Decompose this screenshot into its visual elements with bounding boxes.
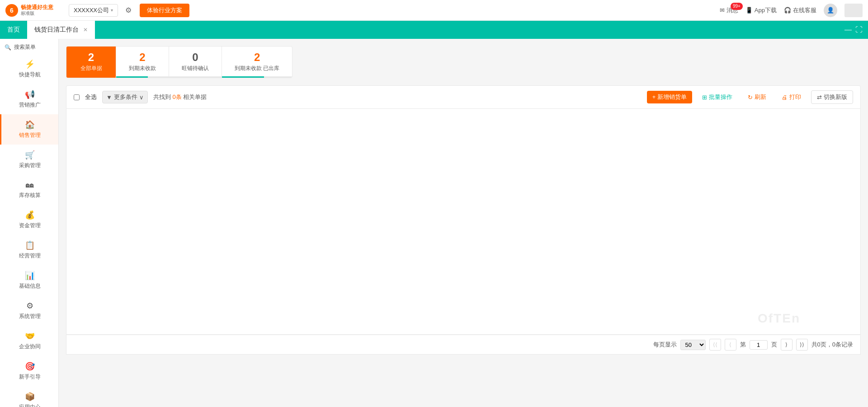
inventory-icon: 🏘 (26, 180, 34, 190)
switch-version-button[interactable]: ⇄ 切换新版 (811, 90, 853, 104)
guide-icon: 🎯 (25, 361, 35, 371)
next-page-button[interactable]: ⟩ (781, 339, 793, 351)
sidebar: 🔍 搜索菜单 ⚡ 快捷导航 📢 营销推广 🏠 销售管理 🛒 采购管理 🏘 库存核… (0, 39, 59, 407)
card-shipped-progress (222, 76, 292, 78)
sidebar-item-label: 采购管理 (19, 162, 41, 169)
select-all-checkbox[interactable] (74, 94, 80, 100)
card-overdue-progress (116, 76, 169, 78)
card-shipped[interactable]: 2 到期未收款 已出库 (222, 47, 292, 78)
message-button[interactable]: ✉ 消息 99+ (720, 6, 738, 14)
page-input[interactable]: 1 (750, 340, 768, 350)
logo-icon: 6 (5, 4, 18, 17)
card-overdue[interactable]: 2 到期未收款 (116, 47, 169, 78)
avatar[interactable]: 👤 (824, 4, 837, 17)
refresh-button[interactable]: ↻ 刷新 (742, 91, 772, 103)
sidebar-item-label: 资金管理 (19, 222, 41, 229)
add-order-button[interactable]: + 新增销货单 (647, 91, 692, 103)
app-download-label: App下载 (755, 6, 777, 14)
prev-page-button[interactable]: ⟨ (725, 339, 736, 351)
appstore-icon: 📦 (25, 392, 35, 402)
last-page-button[interactable]: ⟩⟩ (796, 339, 808, 351)
tab-work[interactable]: 钱货日清工作台 ✕ (27, 21, 95, 39)
first-page-button[interactable]: ⟨⟨ (709, 339, 721, 351)
refresh-icon: ↻ (748, 94, 753, 101)
sidebar-item-sales[interactable]: 🏠 销售管理 (0, 114, 58, 145)
logo-area: 6 畅捷通好生意 标准版 (5, 4, 64, 17)
window-minimize-icon[interactable]: — (844, 26, 852, 34)
sidebar-item-label: 基础信息 (19, 282, 41, 290)
trial-button[interactable]: 体验行业方案 (140, 4, 189, 17)
sidebar-item-label: 快捷导航 (19, 71, 41, 79)
cooperation-icon: 🤝 (25, 331, 35, 341)
logo-main-text: 畅捷通好生意 (21, 4, 53, 10)
company-select[interactable]: XXXXXX公司 ▾ (69, 4, 118, 17)
card-shipped-label: 到期未收款 已出库 (235, 65, 279, 72)
sidebar-item-inventory[interactable]: 🏘 库存核算 (0, 175, 58, 205)
batch-icon: ⊞ (702, 94, 707, 101)
sidebar-item-label: 销售管理 (19, 131, 41, 139)
nav-tabs: 首页 钱货日清工作台 ✕ — ⛶ (0, 21, 868, 39)
system-icon: ⚙ (26, 301, 33, 311)
switch-icon: ⇄ (817, 94, 822, 101)
search-menu-item[interactable]: 🔍 搜索菜单 (0, 39, 58, 54)
card-overdue-label: 到期未收款 (129, 65, 156, 72)
filter-button[interactable]: ▼ 更多条件 ∨ (102, 91, 148, 103)
toolbar-left: 全选 ▼ 更多条件 ∨ 共找到 0条 相关单据 (74, 91, 642, 103)
tab-home[interactable]: 首页 (0, 21, 27, 39)
total-info: 共0页，0条记录 (811, 341, 853, 349)
logo-sub-text: 标准版 (21, 11, 53, 16)
tab-close-icon[interactable]: ✕ (83, 27, 88, 33)
found-count: 0条 (173, 94, 182, 100)
window-maximize-icon[interactable]: ⛶ (855, 26, 863, 34)
sidebar-item-label: 经营管理 (19, 252, 41, 260)
select-all-label: 全选 (85, 93, 97, 101)
page-label: 第 (740, 341, 746, 349)
avatar-icon: 👤 (827, 7, 834, 14)
card-pending-count: 0 (192, 52, 198, 63)
main-content: 2 全部单据 2 到期未收款 0 旺铺待确认 2 到期未收款 已出库 (59, 39, 868, 407)
purchase-icon: 🛒 (25, 150, 35, 160)
sidebar-item-finance[interactable]: 💰 资金管理 (0, 205, 58, 235)
header-right: ✉ 消息 99+ 📱 App下载 🎧 在线客服 👤 (720, 4, 863, 17)
message-badge: 99+ (731, 3, 743, 10)
print-button[interactable]: 🖨 打印 (776, 91, 807, 103)
sidebar-item-business[interactable]: 📋 经营管理 (0, 235, 58, 265)
card-shipped-count: 2 (254, 52, 260, 63)
app-download-button[interactable]: 📱 App下载 (745, 6, 777, 14)
summary-cards: 2 全部单据 2 到期未收款 0 旺铺待确认 2 到期未收款 已出库 (66, 46, 292, 78)
chevron-down-icon: ▾ (111, 8, 113, 13)
search-menu-label: 搜索菜单 (14, 43, 36, 51)
card-all[interactable]: 2 全部单据 (66, 47, 116, 78)
page-size-select[interactable]: 50 20 100 (680, 340, 706, 350)
page-size-label: 每页显示 (653, 341, 677, 349)
card-overdue-count: 2 (139, 52, 145, 63)
online-service-button[interactable]: 🎧 在线客服 (784, 6, 816, 14)
sidebar-item-guide[interactable]: 🎯 新手引导 (0, 356, 58, 386)
download-icon: 📱 (745, 7, 753, 14)
pagination-bar: 每页显示 50 20 100 ⟨⟨ ⟨ 第 1 页 ⟩ ⟩⟩ 共0页，0条记录 (66, 335, 861, 355)
batch-button[interactable]: ⊞ 批量操作 (697, 91, 738, 103)
finance-icon: 💰 (25, 210, 35, 220)
sidebar-item-basic[interactable]: 📊 基础信息 (0, 265, 58, 295)
sidebar-item-purchase[interactable]: 🛒 采购管理 (0, 145, 58, 175)
sidebar-item-quick-nav[interactable]: ⚡ 快捷导航 (0, 54, 58, 84)
sidebar-item-system[interactable]: ⚙ 系统管理 (0, 295, 58, 326)
company-name: XXXXXX公司 (74, 6, 109, 14)
settings-button[interactable]: ⚙ (122, 4, 135, 17)
page-label-end: 页 (771, 341, 777, 349)
user-name-area (844, 4, 863, 17)
sidebar-item-appstore[interactable]: 📦 应用中心 (0, 386, 58, 407)
sidebar-item-cooperation[interactable]: 🤝 企业协同 (0, 326, 58, 356)
sidebar-item-marketing[interactable]: 📢 营销推广 (0, 84, 58, 114)
card-pending[interactable]: 0 旺铺待确认 (169, 47, 222, 78)
toolbar-right: + 新增销货单 ⊞ 批量操作 ↻ 刷新 🖨 打印 ⇄ 切换新版 (647, 90, 853, 104)
quick-nav-icon: ⚡ (25, 59, 35, 69)
table-area (66, 109, 861, 335)
message-icon: ✉ (720, 7, 725, 14)
service-icon: 🎧 (784, 7, 791, 14)
filter-icon: ▼ (106, 94, 112, 101)
sidebar-item-label: 应用中心 (19, 403, 41, 407)
online-service-label: 在线客服 (793, 6, 816, 14)
marketing-icon: 📢 (25, 89, 35, 99)
sales-icon: 🏠 (25, 120, 35, 130)
